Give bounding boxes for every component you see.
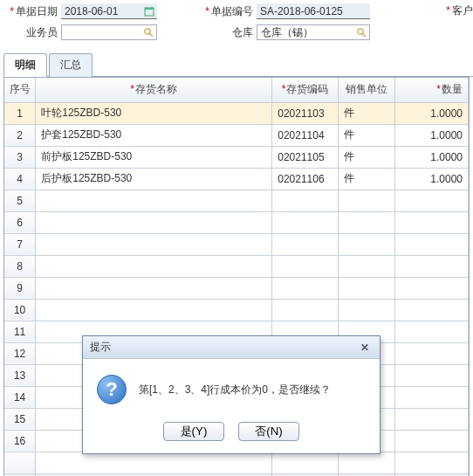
cell-seq: 1 (4, 102, 36, 124)
cell-qty[interactable] (394, 190, 468, 211)
cell-seq: 4 (4, 168, 36, 190)
docno-input[interactable]: SA-2018-06-0125 (257, 3, 370, 19)
cell-unit[interactable]: 件 (338, 168, 394, 190)
cell-seq: 14 (4, 386, 36, 408)
cell-qty[interactable] (394, 299, 468, 321)
cell-qty[interactable]: 1.0000 (394, 124, 468, 146)
cell-seq: 16 (4, 430, 36, 452)
cell-code[interactable]: 02021103 (272, 102, 339, 124)
cell-code[interactable] (272, 190, 339, 211)
cell-qty[interactable] (394, 430, 468, 452)
no-button[interactable]: 否(N) (238, 422, 299, 441)
col-seq[interactable]: 序号 (4, 78, 36, 102)
cell-name[interactable] (36, 233, 272, 255)
table-row[interactable]: 5 (4, 190, 469, 211)
cell-seq: 11 (4, 321, 36, 342)
table-row[interactable]: 1叶轮125ZBD-53002021103件1.0000 (4, 102, 469, 124)
cell-seq: 13 (4, 364, 36, 386)
search-icon[interactable] (355, 26, 367, 38)
cell-unit[interactable] (338, 233, 394, 255)
table-row[interactable]: 8 (4, 255, 469, 277)
table-row[interactable]: 2护套125ZBD-53002021104件1.0000 (4, 124, 469, 146)
table-row[interactable] (4, 452, 469, 473)
cell-unit[interactable] (338, 452, 394, 473)
cell-code[interactable] (272, 255, 339, 277)
cell-qty[interactable] (394, 211, 468, 233)
dialog-message: 第[1、2、3、4]行成本价为0，是否继续？ (139, 383, 331, 397)
table-row[interactable]: 4后护板125ZBD-53002021106件1.0000 (4, 168, 469, 190)
cell-code[interactable] (272, 452, 339, 473)
yes-button[interactable]: 是(Y) (163, 422, 224, 441)
table-row[interactable]: 6 (4, 211, 469, 233)
cell-unit[interactable]: 件 (338, 102, 394, 124)
cell-code[interactable] (272, 233, 339, 255)
label-docno: 单据编号 (201, 4, 253, 19)
warehouse-input[interactable]: 仓库（锡） (257, 24, 370, 40)
cell-code[interactable]: 02021105 (272, 146, 339, 168)
cell-qty[interactable] (394, 233, 468, 255)
cell-code[interactable] (272, 211, 339, 233)
cell-code[interactable]: 02021104 (272, 124, 339, 146)
cell-unit[interactable] (338, 299, 394, 321)
col-name[interactable]: 存货名称 (36, 78, 272, 102)
svg-point-6 (358, 29, 363, 34)
close-icon[interactable]: ✕ (357, 341, 373, 354)
cell-name[interactable] (36, 452, 272, 473)
table-row[interactable]: 7 (4, 233, 469, 255)
cell-qty[interactable]: 1.0000 (394, 146, 468, 168)
cell-qty[interactable] (394, 321, 468, 342)
cell-unit[interactable]: 件 (338, 124, 394, 146)
cell-name[interactable] (36, 277, 272, 299)
label-warehouse: 仓库 (201, 25, 253, 40)
cell-qty[interactable] (394, 386, 468, 408)
docno-value: SA-2018-06-0125 (258, 5, 368, 17)
cell-seq: 9 (4, 277, 36, 299)
cell-qty[interactable] (394, 255, 468, 277)
col-code[interactable]: 存货编码 (272, 78, 339, 102)
search-icon[interactable] (142, 26, 154, 38)
cell-qty[interactable] (394, 342, 468, 364)
col-unit[interactable]: 销售单位 (338, 78, 394, 102)
label-salesperson: 业务员 (5, 25, 58, 40)
cell-unit[interactable] (338, 277, 394, 299)
cell-name[interactable]: 护套125ZBD-530 (36, 124, 272, 146)
cell-name[interactable] (36, 255, 272, 277)
table-row[interactable]: 3前护板125ZBD-53002021105件1.0000 (4, 146, 469, 168)
tab-summary[interactable]: 汇总 (49, 53, 93, 77)
cell-name[interactable]: 后护板125ZBD-530 (36, 168, 272, 190)
cell-unit[interactable] (338, 211, 394, 233)
cell-seq: 10 (4, 299, 36, 321)
cell-name[interactable]: 前护板125ZBD-530 (36, 146, 272, 168)
cell-qty[interactable] (394, 452, 468, 473)
cell-name[interactable] (36, 190, 272, 211)
cell-name[interactable] (36, 299, 272, 321)
cell-code[interactable] (272, 277, 339, 299)
dialog-title: 提示 (90, 340, 111, 355)
label-customer: 客户 (421, 3, 473, 18)
table-row[interactable]: 10 (4, 299, 469, 321)
date-input[interactable]: 2018-06-01 (61, 3, 157, 19)
cell-code[interactable] (272, 299, 339, 321)
cell-name[interactable] (36, 211, 272, 233)
svg-point-4 (145, 29, 150, 34)
cell-seq: 7 (4, 233, 36, 255)
cell-unit[interactable] (338, 255, 394, 277)
table-row[interactable]: 9 (4, 277, 469, 299)
cell-unit[interactable]: 件 (338, 146, 394, 168)
cell-unit[interactable] (338, 190, 394, 211)
cell-qty[interactable]: 1.0000 (394, 102, 468, 124)
cell-seq: 3 (4, 146, 36, 168)
cell-seq (4, 452, 36, 473)
svg-line-5 (150, 34, 154, 38)
cell-code[interactable]: 02021106 (272, 168, 339, 190)
tab-detail[interactable]: 明细 (3, 53, 47, 77)
calendar-icon[interactable] (143, 5, 155, 17)
cell-qty[interactable] (394, 408, 468, 430)
cell-seq: 12 (4, 342, 36, 364)
cell-name[interactable]: 叶轮125ZBD-530 (36, 102, 272, 124)
cell-qty[interactable]: 1.0000 (394, 168, 468, 190)
col-qty[interactable]: 数量 (394, 78, 468, 102)
cell-qty[interactable] (394, 364, 468, 386)
cell-qty[interactable] (394, 277, 468, 299)
salesperson-input[interactable] (61, 24, 157, 40)
